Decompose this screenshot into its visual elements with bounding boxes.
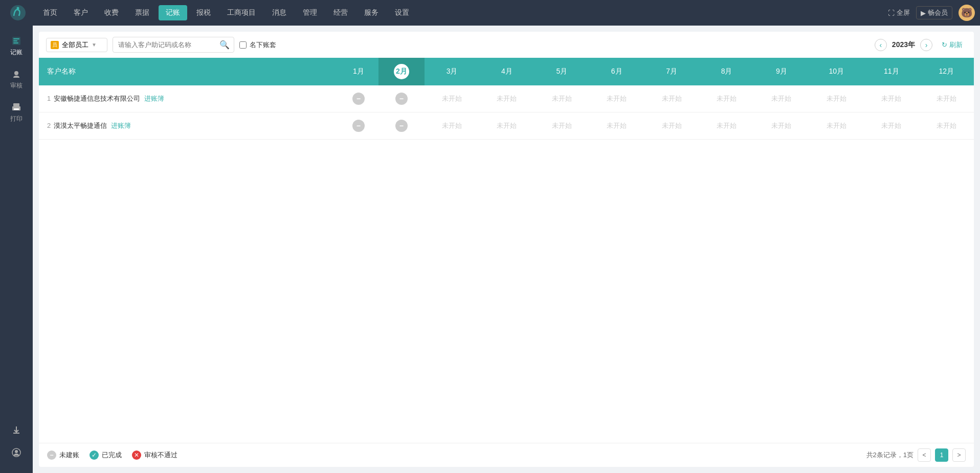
main-layout: 记账 审核 打印 — [0, 26, 980, 473]
refresh-button[interactable]: ↻ 刷新 — [938, 38, 967, 52]
left-sidebar: 记账 审核 打印 — [0, 26, 33, 473]
right-actions: ⛶ 全屏 ▶ 畅会员 🐻 — [888, 5, 975, 21]
col-header-oct: 10月 — [809, 58, 864, 85]
enter-link[interactable]: 进账簿 — [111, 122, 131, 129]
row-num: 1 — [47, 95, 51, 102]
search-input[interactable] — [113, 38, 215, 51]
main-table: 客户名称 1月 2月 3月 4月 — [39, 58, 974, 140]
cell-month-1-9: 未开始 — [809, 112, 864, 140]
not-started-text: 未开始 — [717, 95, 737, 102]
accounting-icon — [11, 36, 21, 46]
not-started-text: 未开始 — [497, 95, 517, 102]
nav-home[interactable]: 首页 — [36, 5, 64, 20]
cell-month-1-6: 未开始 — [644, 112, 699, 140]
col-header-sep: 9月 — [754, 58, 809, 85]
sidebar-item-download[interactable] — [2, 420, 31, 440]
nav-manage[interactable]: 管理 — [296, 5, 324, 20]
svg-rect-5 — [13, 42, 18, 43]
svg-rect-7 — [13, 103, 19, 106]
sidebar-item-profile[interactable] — [2, 442, 31, 463]
not-started-text: 未开始 — [827, 95, 847, 102]
cell-month-0-5: 未开始 — [589, 85, 644, 112]
not-started-text: 未开始 — [442, 122, 462, 129]
not-started-text: 未开始 — [881, 95, 901, 102]
nav-fee[interactable]: 收费 — [97, 5, 126, 20]
year-next-button[interactable]: › — [920, 39, 932, 51]
year-prev-button[interactable]: ‹ — [875, 39, 887, 51]
sidebar-label-audit: 审核 — [10, 81, 23, 90]
avatar[interactable]: 🐻 — [959, 5, 975, 21]
sidebar-item-print[interactable]: 打印 — [2, 97, 31, 128]
not-started-text: 未开始 — [552, 122, 572, 129]
page-next-button[interactable]: > — [952, 448, 966, 462]
app-logo[interactable] — [5, 5, 31, 21]
page-prev-button[interactable]: < — [918, 448, 931, 462]
vip-button[interactable]: ▶ 畅会员 — [916, 6, 952, 19]
sidebar-item-audit[interactable]: 审核 — [2, 64, 31, 95]
nav-accounting[interactable]: 记账 — [159, 5, 187, 20]
col-header-jun: 6月 — [589, 58, 644, 85]
fullscreen-label: 全屏 — [897, 8, 910, 17]
not-started-text: 未开始 — [442, 95, 462, 102]
profile-icon — [11, 447, 21, 458]
top-navigation: 首页 客户 收费 票据 记账 报税 工商项目 消息 管理 经营 服务 设置 ⛶ … — [0, 0, 980, 26]
cell-month-1-1[interactable]: − — [378, 112, 425, 140]
not-started-text: 未开始 — [552, 95, 572, 102]
cell-month-0-0[interactable]: − — [339, 85, 378, 112]
pagination: 共2条记录，1页 < 1 > — [866, 448, 966, 462]
cell-month-0-4: 未开始 — [534, 85, 589, 112]
enter-link[interactable]: 进账簿 — [144, 95, 164, 102]
fullscreen-button[interactable]: ⛶ 全屏 — [888, 8, 910, 17]
content-area: 员 全部员工 ▼ 🔍 名下账套 ‹ 2023年 › ↻ 刷新 — [33, 26, 980, 473]
company-name: 安徽畅捷通信息技术有限公司 — [54, 95, 140, 102]
nav-customer[interactable]: 客户 — [66, 5, 95, 20]
employee-icon: 员 — [51, 41, 59, 49]
cell-month-1-0[interactable]: − — [339, 112, 378, 140]
search-button[interactable]: 🔍 — [215, 37, 234, 52]
year-text: 2023年 — [892, 40, 915, 50]
nav-tax[interactable]: 报税 — [189, 5, 218, 20]
cell-month-0-9: 未开始 — [809, 85, 864, 112]
svg-rect-4 — [13, 40, 17, 41]
cell-name-0: 1安徽畅捷通信息技术有限公司进账簿 — [39, 85, 339, 112]
svg-rect-9 — [14, 108, 19, 110]
legend-label-rejected: 审核不通过 — [144, 451, 177, 460]
table-header-row: 客户名称 1月 2月 3月 4月 — [39, 58, 974, 85]
status-dash-icon: − — [352, 93, 365, 105]
cell-name-1: 2漠漠太平畅捷通信进账簿 — [39, 112, 339, 140]
cell-month-1-4: 未开始 — [534, 112, 589, 140]
nav-message[interactable]: 消息 — [265, 5, 294, 20]
refresh-label: 刷新 — [949, 40, 963, 50]
checkbox-text: 名下账套 — [250, 40, 276, 50]
employee-select[interactable]: 员 全部员工 ▼ — [46, 38, 107, 52]
col-header-jul: 7月 — [644, 58, 699, 85]
nav-service[interactable]: 服务 — [357, 5, 386, 20]
current-month-circle: 2月 — [394, 64, 409, 79]
col-header-feb: 2月 — [378, 58, 425, 85]
page-1-button[interactable]: 1 — [935, 448, 948, 462]
sidebar-item-accounting[interactable]: 记账 — [2, 31, 31, 62]
legend-label-completed: 已完成 — [102, 451, 122, 460]
legend-rejected: ✕ 审核不通过 — [132, 451, 177, 460]
not-started-text: 未开始 — [662, 95, 682, 102]
legend-icon-red: ✕ — [132, 451, 141, 460]
vip-icon: ▶ — [921, 9, 926, 17]
year-nav: ‹ 2023年 › — [875, 39, 932, 51]
cell-month-0-7: 未开始 — [699, 85, 754, 112]
nav-invoice[interactable]: 票据 — [128, 5, 157, 20]
status-dash-icon: − — [352, 120, 365, 132]
not-started-text: 未开始 — [771, 122, 791, 129]
cell-month-0-1[interactable]: − — [378, 85, 425, 112]
nav-business[interactable]: 工商项目 — [220, 5, 263, 20]
nav-operation[interactable]: 经营 — [326, 5, 355, 20]
print-icon — [11, 102, 21, 112]
checkbox-label[interactable]: 名下账套 — [239, 40, 276, 50]
status-dash-icon: − — [395, 93, 408, 105]
not-started-text: 未开始 — [497, 122, 517, 129]
download-icon — [11, 425, 21, 435]
cell-month-1-7: 未开始 — [699, 112, 754, 140]
nav-settings[interactable]: 设置 — [388, 5, 416, 20]
legend-icon-grey: − — [47, 451, 56, 460]
not-started-text: 未开始 — [771, 95, 791, 102]
checkbox-input[interactable] — [239, 41, 247, 49]
